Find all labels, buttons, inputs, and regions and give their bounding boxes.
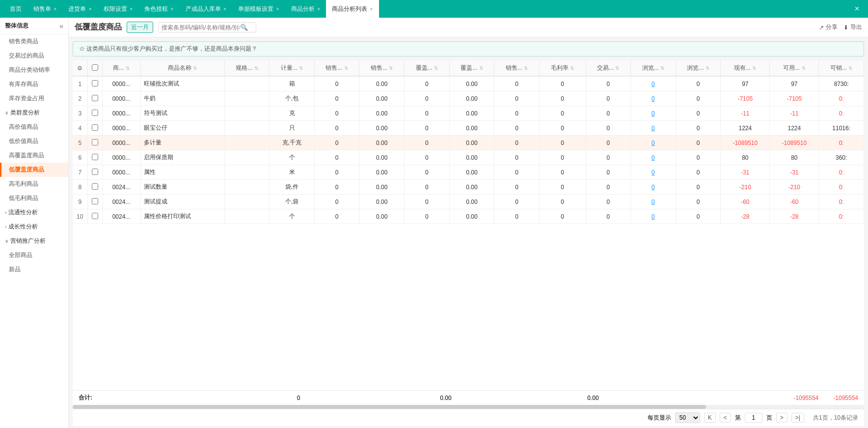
- row-browse1[interactable]: 0: [631, 165, 676, 180]
- last-page-button[interactable]: >|: [791, 413, 804, 423]
- current-page-input[interactable]: [745, 413, 762, 423]
- nav-home[interactable]: 首页: [4, 0, 27, 18]
- row-check[interactable]: [87, 195, 102, 209]
- nav-products[interactable]: 产成品入库单 ×: [180, 0, 232, 18]
- row-name[interactable]: 属性价格打印测试: [140, 209, 224, 224]
- close-purchase-icon[interactable]: ×: [88, 6, 91, 12]
- search-icon[interactable]: 🔍: [240, 24, 248, 31]
- row-browse1[interactable]: 0: [631, 91, 676, 106]
- col-current-header[interactable]: 现有... ⇅: [721, 60, 770, 76]
- col-settings-header[interactable]: ⚙: [73, 60, 87, 76]
- close-roles-icon[interactable]: ×: [170, 6, 173, 12]
- row-check[interactable]: [87, 106, 102, 121]
- page-size-select[interactable]: 50 20 100: [675, 412, 700, 423]
- row-name[interactable]: 牛奶: [140, 91, 224, 106]
- select-all-checkbox[interactable]: [92, 64, 98, 71]
- row-name[interactable]: 多计量: [140, 136, 224, 150]
- row-browse1[interactable]: 0: [631, 76, 676, 91]
- scrollbar-thumb[interactable]: [73, 405, 706, 409]
- row-checkbox[interactable]: [92, 124, 98, 131]
- close-templates-icon[interactable]: ×: [276, 6, 279, 12]
- col-trade-header[interactable]: 交易... ⇅: [586, 60, 631, 76]
- sidebar-item-new-goods[interactable]: 新品: [0, 262, 68, 277]
- row-check[interactable]: [87, 165, 102, 180]
- close-sales-icon[interactable]: ×: [54, 6, 56, 12]
- row-checkbox[interactable]: [92, 110, 98, 116]
- col-unit-header[interactable]: 计量... ⇅: [270, 60, 315, 76]
- close-permissions-icon[interactable]: ×: [130, 6, 133, 12]
- col-spec-header[interactable]: 规格... ⇅: [224, 60, 270, 76]
- sidebar-section-marketing[interactable]: ∨ 营销推广分析: [0, 234, 68, 248]
- search-input[interactable]: [162, 24, 240, 31]
- row-name[interactable]: 眼宝公仔: [140, 121, 224, 136]
- col-name-header[interactable]: 商品名称 ⇅: [140, 60, 224, 76]
- sidebar-item-traded-goods[interactable]: 交易过的商品: [0, 49, 68, 63]
- sidebar-item-category-rate[interactable]: 商品分类动销率: [0, 63, 68, 77]
- close-products-icon[interactable]: ×: [223, 6, 226, 12]
- row-check[interactable]: [87, 180, 102, 195]
- row-browse1[interactable]: 0: [631, 106, 676, 121]
- sidebar-item-all-goods[interactable]: 全部商品: [0, 248, 68, 262]
- col-sales-amt-header[interactable]: 销售... ⇅: [359, 60, 405, 76]
- col-sales-qty-header[interactable]: 销售... ⇅: [314, 60, 359, 76]
- row-name[interactable]: 符号测试: [140, 106, 224, 121]
- nav-sales[interactable]: 销售单 ×: [27, 0, 62, 18]
- nav-analysis-list[interactable]: 商品分析列表 ×: [326, 0, 379, 18]
- col-gross-header[interactable]: 毛利率 ⇅: [539, 60, 586, 76]
- nav-analysis[interactable]: 商品分析 ×: [285, 0, 326, 18]
- filter-recent-month-button[interactable]: 近一月: [127, 22, 153, 33]
- row-check[interactable]: [87, 136, 102, 150]
- sidebar-item-stock-goods[interactable]: 有库存商品: [0, 77, 68, 91]
- nav-roles[interactable]: 角色授权 ×: [138, 0, 179, 18]
- row-checkbox[interactable]: [92, 80, 98, 86]
- sidebar-item-low-coverage[interactable]: 低覆盖度商品: [0, 163, 68, 177]
- row-checkbox[interactable]: [92, 139, 98, 145]
- row-check[interactable]: [87, 76, 102, 91]
- close-all-button[interactable]: ×: [850, 4, 864, 13]
- share-button[interactable]: ↗ 分享: [819, 23, 838, 31]
- sidebar-section-flow[interactable]: › 流通性分析: [0, 205, 68, 220]
- export-button[interactable]: ⬇ 导出: [843, 23, 862, 31]
- sidebar-item-high-profit[interactable]: 高毛利商品: [0, 177, 68, 191]
- sidebar-item-high-coverage[interactable]: 高覆盖度商品: [0, 148, 68, 163]
- row-check[interactable]: [87, 121, 102, 136]
- row-name[interactable]: 启用保质期: [140, 150, 224, 165]
- col-sales-stat-header[interactable]: 销售... ⇅: [494, 60, 540, 76]
- nav-permissions[interactable]: 权限设置 ×: [98, 0, 138, 18]
- col-cover2-header[interactable]: 覆盖... ⇅: [449, 60, 494, 76]
- row-checkbox[interactable]: [92, 95, 98, 101]
- col-sellable-header[interactable]: 可销... ⇅: [819, 60, 864, 76]
- row-check[interactable]: [87, 150, 102, 165]
- nav-purchase[interactable]: 进货单 ×: [62, 0, 97, 18]
- row-check[interactable]: [87, 209, 102, 224]
- col-code-header[interactable]: 商... ⇅: [102, 60, 140, 76]
- col-browse1-header[interactable]: 浏览... ⇅: [631, 60, 676, 76]
- sidebar-item-stock-capital[interactable]: 库存资金占用: [0, 91, 68, 106]
- row-name[interactable]: 测试数量: [140, 180, 224, 195]
- sidebar-collapse-button[interactable]: «: [59, 22, 63, 30]
- sidebar-item-high-value[interactable]: 高价值商品: [0, 120, 68, 134]
- row-browse1[interactable]: 0: [631, 150, 676, 165]
- row-browse1[interactable]: 0: [631, 195, 676, 209]
- close-analysis-icon[interactable]: ×: [317, 6, 320, 12]
- row-name[interactable]: 旺辅批次测试: [140, 76, 224, 91]
- sidebar-section-growth[interactable]: › 成长性分析: [0, 220, 68, 234]
- data-table-container[interactable]: ⚙ 商... ⇅ 商品名称 ⇅ 规格... ⇅ 计量... ⇅ 销售... ⇅ …: [73, 60, 864, 390]
- sidebar-section-cluster[interactable]: ∨ 类群度分析: [0, 106, 68, 120]
- first-page-button[interactable]: K: [704, 413, 716, 423]
- row-name[interactable]: 测试提成: [140, 195, 224, 209]
- sidebar-item-low-value[interactable]: 低价值商品: [0, 134, 68, 148]
- col-cover1-header[interactable]: 覆盖... ⇅: [405, 60, 450, 76]
- row-browse1[interactable]: 0: [631, 180, 676, 195]
- next-page-button[interactable]: >: [776, 413, 787, 423]
- row-checkbox[interactable]: [92, 169, 98, 175]
- row-browse1[interactable]: 0: [631, 121, 676, 136]
- row-checkbox[interactable]: [92, 154, 98, 160]
- row-checkbox[interactable]: [92, 183, 98, 190]
- settings-icon[interactable]: ⚙: [77, 65, 82, 72]
- nav-templates[interactable]: 单据模板设置 ×: [232, 0, 285, 18]
- row-browse1[interactable]: 0: [631, 136, 676, 150]
- close-analysis-list-icon[interactable]: ×: [370, 6, 373, 12]
- sidebar-item-sales-goods[interactable]: 销售类商品: [0, 34, 68, 49]
- row-browse1[interactable]: 0: [631, 209, 676, 224]
